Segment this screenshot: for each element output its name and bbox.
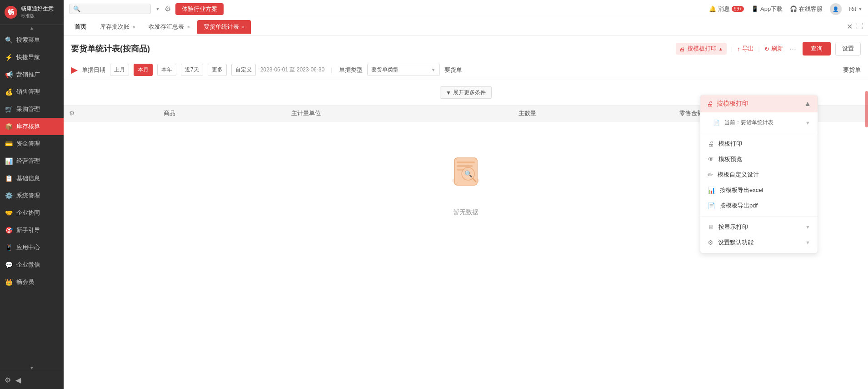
sidebar-item-operations[interactable]: 📊 经营管理 (0, 152, 64, 170)
dropdown-item-template-preview[interactable]: 👁 模板预览 (700, 152, 818, 167)
more-actions-button[interactable]: ··· (789, 44, 796, 54)
date-btn-7days[interactable]: 近7天 (181, 64, 203, 76)
sidebar-item-system[interactable]: ⚙️ 系统管理 (0, 187, 64, 204)
sidebar-item-apps[interactable]: 📱 应用中心 (0, 239, 64, 256)
sidebar: 畅 畅康通好生意 标准版 ▲ 🔍 搜索菜单 ⚡ 快捷导航 📢 营销推广 💰 销售… (0, 0, 64, 389)
dropdown-close-button[interactable]: ▲ (804, 100, 811, 108)
tab-collection-summary[interactable]: 收发存汇总表 × (142, 20, 196, 34)
avatar-icon: 👤 (830, 3, 842, 15)
sidebar-item-label: 系统管理 (16, 192, 40, 200)
dropdown-title-text: 按模板打印 (717, 100, 748, 108)
refresh-button[interactable]: ↻ 刷新 (764, 45, 783, 53)
expand-filter-icon[interactable]: ▶ (71, 65, 77, 75)
export-excel-icon: 📊 (708, 187, 715, 194)
expand-more-button[interactable]: ▼ 展开更多条件 (440, 86, 492, 99)
query-button[interactable]: 查询 (803, 42, 831, 56)
sidebar-item-label: 库存核算 (16, 122, 40, 131)
search-input[interactable] (83, 6, 138, 12)
sidebar-item-basics[interactable]: 📋 基础信息 (0, 170, 64, 187)
app-version: 标准版 (21, 13, 54, 19)
print-template-button[interactable]: 🖨 按模板打印 ▲ (676, 43, 727, 55)
export-button[interactable]: ↑ 导出 (737, 45, 754, 53)
date-btn-custom[interactable]: 自定义 (231, 64, 256, 76)
sidebar-item-label: 企业微信 (16, 261, 40, 269)
logo-text-wrapper: 畅康通好生意 标准版 (21, 5, 54, 19)
dropdown-item-display-print[interactable]: 🖥 按显示打印 ▼ (700, 219, 818, 235)
sidebar-bottom: ⚙ ◀ (0, 371, 64, 389)
marketing-icon: 📢 (5, 71, 13, 79)
col-settings: ⚙ (64, 106, 158, 121)
sidebar-scroll-down[interactable]: ▼ (0, 364, 64, 371)
type-select[interactable]: 要货单类型 ▼ (367, 64, 440, 76)
username-display[interactable]: Rit ▼ (849, 5, 863, 12)
messages-button[interactable]: 🔔 消息 99+ (709, 5, 744, 13)
page-settings-button[interactable]: 设置 (835, 42, 861, 56)
sidebar-item-marketing[interactable]: 📢 营销推广 (0, 66, 64, 83)
template-preview-icon: 👁 (708, 156, 714, 163)
dropdown-item-template-custom[interactable]: ✏ 模板自定义设计 (700, 167, 818, 182)
dropdown-item-export-excel[interactable]: 📊 按模板导出excel (700, 182, 818, 198)
sidebar-item-label: 畅会员 (16, 278, 34, 286)
online-service-button[interactable]: 🎧 在线客服 (790, 5, 823, 13)
display-print-icon: 🖥 (708, 223, 714, 231)
tab-inventory-batch-close[interactable]: × (132, 24, 135, 30)
system-icon: ⚙️ (5, 192, 13, 200)
yaohuodan-label: 要货单 (444, 66, 462, 74)
export-pdf-label: 按模板导出pdf (720, 202, 810, 210)
sidebar-item-member[interactable]: 👑 畅会员 (0, 273, 64, 291)
dropdown-current-item[interactable]: 📄 当前：要货单统计表 ▼ (700, 115, 818, 130)
sidebar-item-label: 快捷导航 (16, 53, 40, 61)
search-dropdown-arrow[interactable]: ▼ (155, 6, 160, 11)
sidebar-item-inventory[interactable]: 📦 库存核算 (0, 118, 64, 135)
collapse-icon[interactable]: ◀ (15, 376, 21, 384)
sidebar-item-guide[interactable]: 🎯 新手引导 (0, 222, 64, 239)
tab-inventory-batch[interactable]: 库存批次账 × (94, 20, 141, 34)
messages-badge: 99+ (732, 6, 744, 12)
template-custom-icon: ✏ (708, 171, 713, 178)
try-industry-button[interactable]: 体验行业方案 (175, 3, 224, 15)
header-search-bar[interactable]: 🔍 (69, 4, 151, 14)
page-title: 要货单统计表(按商品) (71, 43, 150, 54)
date-btn-this-year[interactable]: 本年 (157, 64, 176, 76)
member-icon: 👑 (5, 278, 13, 286)
maximize-icon[interactable]: ⛶ (856, 22, 863, 31)
sales-icon: 💰 (5, 88, 13, 96)
header-right: 🔔 消息 99+ 📱 App下载 🎧 在线客服 👤 Rit ▼ (709, 3, 863, 15)
search-menu-icon: 🔍 (5, 36, 13, 44)
date-btn-this-month[interactable]: 本月 (134, 64, 153, 76)
tab-order-stats[interactable]: 要货单统计表 × (197, 20, 251, 34)
sidebar-item-wechat[interactable]: 💬 企业微信 (0, 256, 64, 273)
dropdown-item-template-print[interactable]: 🖨 模板打印 (700, 136, 818, 152)
refresh-icon: ↻ (764, 45, 769, 52)
date-range-display: 2023-06-01 至 2023-06-30 (260, 66, 324, 74)
svg-rect-3 (457, 165, 473, 167)
dropdown-item-set-default[interactable]: ⚙ 设置默认功能 ▼ (700, 235, 818, 250)
sidebar-item-finance[interactable]: 💳 资金管理 (0, 135, 64, 152)
sidebar-item-label: 企业协同 (16, 209, 40, 217)
close-window-icon[interactable]: ✕ (847, 22, 853, 31)
sidebar-item-sales[interactable]: 💰 销售管理 (0, 83, 64, 101)
sidebar-item-purchase[interactable]: 🛒 采购管理 (0, 101, 64, 118)
print-template-arrow: ▲ (718, 46, 723, 51)
sidebar-item-quick-nav[interactable]: ⚡ 快捷导航 (0, 49, 64, 66)
sidebar-item-search-menu[interactable]: 🔍 搜索菜单 (0, 31, 64, 49)
header-settings-icon[interactable]: ⚙ (165, 5, 171, 13)
tab-collection-summary-close[interactable]: × (187, 24, 190, 30)
sidebar-scroll-up[interactable]: ▲ (0, 25, 64, 31)
tab-order-stats-close[interactable]: × (242, 24, 244, 30)
column-settings-icon[interactable]: ⚙ (69, 110, 75, 117)
date-btn-last-month[interactable]: 上月 (110, 64, 129, 76)
app-download-button[interactable]: 📱 App下载 (751, 5, 783, 13)
settings-bottom-icon[interactable]: ⚙ (5, 376, 11, 384)
date-btn-more[interactable]: 更多 (208, 64, 227, 76)
tab-home[interactable]: 首页 (68, 20, 93, 34)
dropdown-item-export-pdf[interactable]: 📄 按模板导出pdf (700, 198, 818, 213)
type-select-text: 要货单类型 (371, 66, 399, 74)
tab-order-stats-label: 要货单统计表 (204, 23, 239, 31)
user-avatar[interactable]: 👤 (830, 3, 842, 15)
sidebar-item-cooperation[interactable]: 🤝 企业协同 (0, 204, 64, 222)
dropdown-items-section: 🖨 模板打印 👁 模板预览 ✏ 模板自定义设计 📊 按模板导出excel (700, 133, 818, 217)
phone-icon: 📱 (751, 5, 758, 12)
vertical-scrollbar[interactable] (865, 91, 868, 127)
username-text: Rit (849, 5, 856, 12)
